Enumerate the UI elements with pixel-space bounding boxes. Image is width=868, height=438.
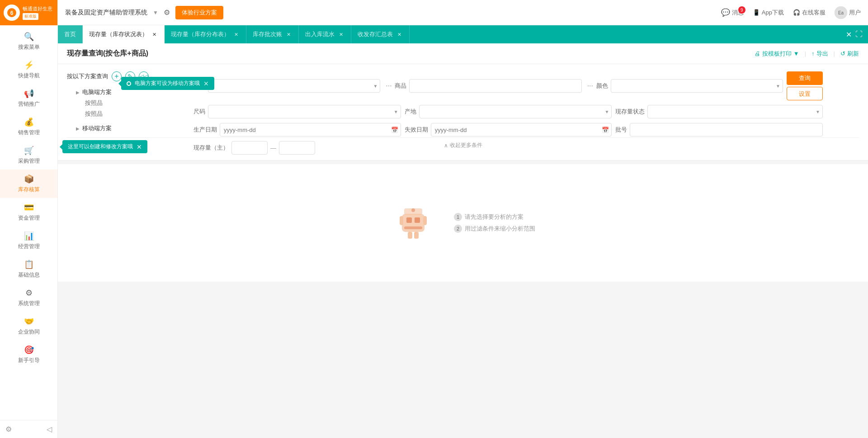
size-label: 尺码: [193, 108, 205, 116]
headset-icon: 🎧: [793, 9, 800, 16]
batch-label: 批号: [615, 126, 627, 134]
stock-max-input[interactable]: [279, 141, 315, 155]
tab-close-inventory-status[interactable]: ✕: [151, 31, 158, 38]
tabbar: 首页 现存量（库存状况表） ✕ 现存量（库存分布表） ✕ 库存批次账 ✕ 出入库…: [58, 25, 868, 43]
svg-rect-8: [400, 216, 403, 225]
production-date-input[interactable]: [220, 123, 401, 137]
print-btn[interactable]: 🖨 按模板打印 ▼: [755, 50, 799, 58]
tab-inout-flow[interactable]: 出入库流水 ✕: [299, 25, 351, 43]
dot-indicator: [127, 81, 131, 86]
goods-input[interactable]: [409, 79, 581, 93]
sidebar: 6 畅通道好生意 标准版 🔍 搜索菜单 ⚡ 快捷导航 📢 营销推广 💰 销售管理…: [0, 0, 58, 438]
refresh-btn[interactable]: ↺ 刷新: [840, 50, 859, 58]
goods-select-wrapper: [409, 79, 581, 93]
search-area: 按以下方案查询 + ✎ ◁◁ 电脑方案可设为移动方案哦 ✕ ▶: [58, 64, 868, 160]
tab-summary[interactable]: 收发存汇总表 ✕: [351, 25, 410, 43]
query-btn[interactable]: 查询: [787, 71, 823, 85]
print-dropdown-icon: ▼: [793, 50, 799, 57]
add-scheme-btn[interactable]: +: [112, 71, 122, 81]
batch-input[interactable]: [630, 123, 823, 137]
sidebar-item-nav[interactable]: ⚡ 快捷导航: [0, 56, 57, 84]
svg-rect-7: [404, 226, 422, 229]
topbar-settings-icon[interactable]: ⚙: [164, 8, 170, 17]
scheme-tooltip-text: 电脑方案可设为移动方案哦: [135, 80, 200, 87]
warehouse-field: 仓库 ▼: [193, 79, 380, 93]
svg-rect-5: [406, 217, 412, 223]
search-row-2: 尺码 ▼ 产地 ▼ 现存量状态: [193, 105, 823, 118]
expiry-date-field: 失效日期 📅: [405, 123, 612, 137]
search-row-1: 仓库 ▼ ··· 商品 ···: [193, 71, 823, 100]
color-select[interactable]: [611, 79, 783, 93]
scheme-sub-item-2-label: 按照品: [85, 110, 103, 118]
sidebar-nav: 🔍 搜索菜单 ⚡ 快捷导航 📢 营销推广 💰 销售管理 🛒 采购管理 📦 库存核…: [0, 25, 57, 420]
sidebar-item-management[interactable]: 📊 经营管理: [0, 226, 57, 255]
tab-inventory-status[interactable]: 现存量（库存状况表） ✕: [83, 25, 165, 43]
tab-close-batch[interactable]: ✕: [285, 31, 292, 38]
scheme-mobile-label: 移动端方案: [82, 124, 112, 132]
settings-icon: ⚙: [25, 288, 33, 298]
notification-badge: 9: [738, 6, 745, 14]
notification-item[interactable]: 💬 消息 9: [721, 8, 744, 17]
app-download-item[interactable]: 📱 App下载: [753, 9, 784, 17]
empty-tip-2: 2 用过滤条件来缩小分析范围: [454, 225, 535, 233]
sidebar-item-sales[interactable]: 💰 销售管理: [0, 113, 57, 141]
goods-dots[interactable]: ···: [585, 82, 593, 90]
origin-select[interactable]: [419, 105, 612, 118]
expiry-date-input[interactable]: [431, 123, 612, 137]
user-item[interactable]: Ea 用户: [835, 6, 861, 19]
stock-main-field: 现存量（主） —: [193, 141, 315, 155]
sidebar-item-purchase[interactable]: 🛒 采购管理: [0, 141, 57, 170]
tab-close-all-icon[interactable]: ✕: [846, 30, 852, 39]
sidebar-item-finance[interactable]: 💳 资金管理: [0, 198, 57, 226]
tab-close-inout[interactable]: ✕: [337, 31, 344, 38]
user-label: 用户: [849, 9, 861, 17]
scheme-tooltip-popup: 电脑方案可设为移动方案哦 ✕: [121, 77, 214, 90]
warehouse-select-wrapper: ▼: [208, 79, 380, 93]
stock-status-select[interactable]: [647, 105, 823, 118]
stock-min-input[interactable]: [231, 141, 268, 155]
warehouse-dots[interactable]: ···: [384, 82, 391, 90]
svg-point-13: [411, 208, 415, 212]
origin-label: 产地: [405, 108, 416, 116]
scheme-desktop-label: 电脑端方案: [82, 88, 112, 96]
edit-tooltip-text: 这里可以创建和修改方案哦: [68, 143, 133, 151]
sidebar-item-cooperation[interactable]: 🤝 企业协同: [0, 312, 57, 340]
sidebar-item-search[interactable]: 🔍 搜索菜单: [0, 27, 57, 56]
warehouse-select[interactable]: [208, 79, 380, 93]
edit-tooltip-close-btn[interactable]: ✕: [137, 143, 142, 151]
sidebar-item-guide[interactable]: 🎯 新手引导: [0, 340, 57, 369]
industry-btn[interactable]: 体验行业方案: [175, 6, 223, 19]
tab-home[interactable]: 首页: [58, 25, 83, 43]
empty-tip-1: 1 请先选择要分析的方案: [454, 213, 535, 221]
scheme-tooltip-close-btn[interactable]: ✕: [203, 80, 209, 87]
color-field: 颜色 ▼: [596, 79, 783, 93]
expiry-date-label: 失效日期: [405, 126, 428, 134]
tab-fullscreen-icon[interactable]: ⛶: [855, 30, 863, 38]
sidebar-item-marketing[interactable]: 📢 营销推广: [0, 84, 57, 113]
svg-rect-9: [423, 216, 427, 225]
size-select[interactable]: [208, 105, 401, 118]
tab-close-summary[interactable]: ✕: [396, 31, 403, 38]
tab-inventory-dist[interactable]: 现存量（库存分布表） ✕: [165, 25, 246, 43]
export-btn[interactable]: ↑ 导出: [811, 50, 828, 58]
reset-btn[interactable]: 设置: [787, 87, 823, 100]
tab-batch-account[interactable]: 库存批次账 ✕: [246, 25, 299, 43]
handshake-icon: 🤝: [24, 316, 34, 326]
collapse-sidebar-icon[interactable]: ◁: [47, 425, 52, 433]
divider2: |: [834, 50, 835, 57]
svg-text:Ea: Ea: [838, 10, 844, 15]
lightning-icon: ⚡: [24, 60, 34, 70]
box-icon: 📦: [24, 174, 34, 184]
settings-bottom-icon[interactable]: ⚙: [5, 425, 12, 433]
svg-text:6: 6: [10, 10, 14, 16]
production-date-calendar-icon: 📅: [391, 127, 398, 133]
page-header: 现存量查询(按仓库+商品) 🖨 按模板打印 ▼ | ↑ 导出 | ↺ 刷新: [58, 43, 868, 64]
expiry-date-calendar-icon: 📅: [602, 127, 609, 133]
sidebar-item-basic[interactable]: 📋 基础信息: [0, 255, 57, 283]
sidebar-item-inventory[interactable]: 📦 库存核算: [0, 170, 57, 198]
tab-close-inventory-dist[interactable]: ✕: [232, 31, 240, 38]
sidebar-item-system[interactable]: ⚙ 系统管理: [0, 283, 57, 312]
online-service-item[interactable]: 🎧 在线客服: [793, 9, 826, 17]
system-dropdown-icon[interactable]: ▼: [153, 9, 158, 16]
tip-2-text: 用过滤条件来缩小分析范围: [465, 225, 535, 233]
